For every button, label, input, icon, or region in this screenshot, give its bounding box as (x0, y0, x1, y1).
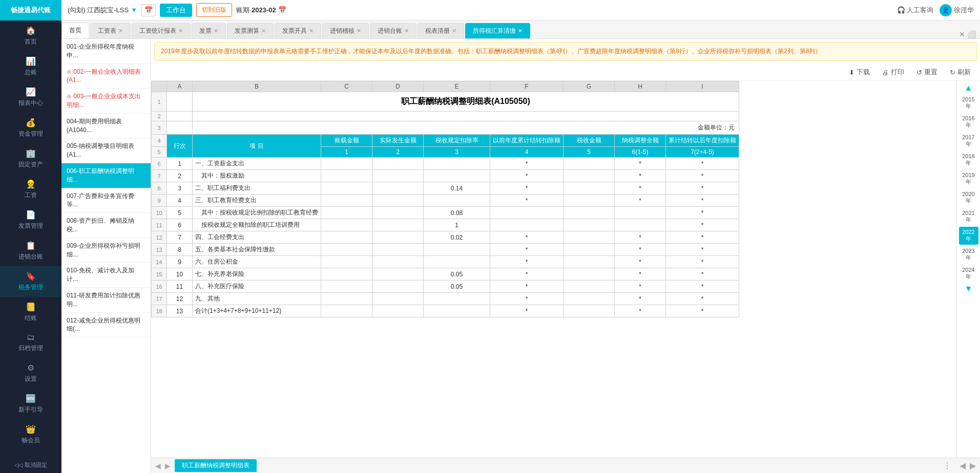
year-2020[interactable]: 2020年 (959, 189, 978, 207)
cell-d[interactable] (372, 182, 424, 195)
cell-g[interactable] (564, 293, 615, 305)
cell-i[interactable]: * (666, 244, 739, 256)
cell-item[interactable]: 三、职工教育经费支出 (193, 195, 321, 207)
year-down-btn[interactable]: ▼ (961, 284, 976, 294)
cell-seq[interactable]: 1 (167, 158, 193, 170)
cell-d[interactable] (372, 281, 424, 293)
cell-c[interactable] (321, 207, 372, 219)
sheet-tab[interactable]: 职工薪酬纳税调整明细表 (175, 459, 257, 472)
cell-h[interactable] (615, 207, 666, 219)
sidebar-item-member[interactable]: 👑 畅会员 (0, 419, 61, 450)
cell-g[interactable] (564, 281, 615, 293)
print-btn[interactable]: 🖨 打印 (879, 66, 907, 78)
cell-g[interactable] (564, 207, 615, 219)
tab-close[interactable]: ✕ (309, 28, 314, 34)
year-2021[interactable]: 2021年 (959, 208, 978, 226)
cell-e[interactable]: 0.14 (424, 182, 490, 195)
cell-g[interactable] (564, 305, 615, 317)
cell-c[interactable] (321, 195, 372, 207)
tab-tax-list[interactable]: 税表清册 ✕ (418, 23, 464, 38)
cell-item[interactable]: 八、补充医疗保险 (193, 281, 321, 293)
cell-seq[interactable]: 12 (167, 293, 193, 305)
cell-seq[interactable]: 10 (167, 268, 193, 281)
cell-b2[interactable] (193, 112, 739, 121)
cell-d[interactable] (372, 219, 424, 231)
list-item-1[interactable]: ⊙ 002-一般企业收入明细表(A1... (61, 64, 151, 89)
cell-d[interactable] (372, 305, 424, 317)
sidebar-item-report[interactable]: 📈 报表中心 (0, 82, 61, 113)
list-item-4[interactable]: 005-纳税调整项目明细表(A1... (61, 138, 151, 163)
cell-item[interactable]: 九、其他 (193, 293, 321, 305)
cell-i[interactable]: * (666, 293, 739, 305)
year-2015[interactable]: 2015年 (959, 94, 978, 112)
cell-item[interactable]: 按税收规定全额扣除的职工培训费用 (193, 219, 321, 231)
cell-g[interactable] (564, 182, 615, 195)
cell-h[interactable]: * (615, 293, 666, 305)
tab-home[interactable]: 首页 (61, 23, 89, 38)
sheet-scroll-left[interactable]: ◀ (960, 461, 966, 470)
cell-e[interactable]: 0.08 (424, 207, 490, 219)
list-item-5[interactable]: 006-职工薪酬纳税调整明细... (61, 163, 151, 188)
cell-i[interactable]: * (666, 170, 739, 182)
cell-e[interactable]: 0.05 (424, 268, 490, 281)
tab-payroll[interactable]: 工资表 ✕ (90, 23, 131, 38)
tab-close[interactable]: ✕ (452, 28, 456, 34)
user-info[interactable]: 👤 徐淫华 (940, 4, 974, 16)
cell-e[interactable] (424, 293, 490, 305)
cell-g[interactable] (564, 256, 615, 268)
sidebar-item-finance[interactable]: 💰 资金管理 (0, 113, 61, 143)
cell-e[interactable]: 1 (424, 219, 490, 231)
cell-i[interactable]: * (666, 158, 739, 170)
cell-item[interactable]: 一、工资薪金支出 (193, 158, 321, 170)
cell-item[interactable]: 四、工会经费支出 (193, 231, 321, 244)
cell-c[interactable] (321, 170, 372, 182)
cell-d[interactable] (372, 207, 424, 219)
year-2018[interactable]: 2018年 (959, 151, 978, 169)
cell-c[interactable] (321, 219, 372, 231)
cell-d[interactable] (372, 256, 424, 268)
cell-h[interactable] (615, 219, 666, 231)
maximize-icon[interactable]: ⬜ (967, 30, 976, 38)
cell-f[interactable]: * (490, 158, 564, 170)
cell-c[interactable] (321, 182, 372, 195)
calendar-btn[interactable]: 📅 (141, 4, 156, 16)
cell-i[interactable]: * (666, 219, 739, 231)
sidebar-item-payroll[interactable]: 👷 工资 (0, 174, 61, 205)
cell-g[interactable] (564, 219, 615, 231)
cell-i[interactable]: * (666, 256, 739, 268)
cell-seq[interactable]: 4 (167, 195, 193, 207)
cell-f[interactable]: * (490, 182, 564, 195)
cell-g[interactable] (564, 195, 615, 207)
cell-c[interactable] (321, 281, 372, 293)
cell-i[interactable]: * (666, 207, 739, 219)
cell-f[interactable]: * (490, 281, 564, 293)
period-edit-icon[interactable]: 📅 (278, 6, 286, 14)
sidebar-item-assets[interactable]: 🏢 固定资产 (0, 143, 61, 174)
cell-a3[interactable] (167, 121, 193, 135)
cell-seq[interactable]: 11 (167, 281, 193, 293)
list-item-3[interactable]: 004-期间费用明细表(A1040... (61, 114, 151, 139)
cell-h[interactable]: * (615, 195, 666, 207)
tab-close[interactable]: ✕ (178, 28, 183, 34)
cell-item[interactable]: 五、各类基本社会保障性缴款 (193, 244, 321, 256)
sheet-options-icon[interactable]: ⋮ (943, 461, 951, 470)
cell-f[interactable]: * (490, 268, 564, 281)
cell-seq[interactable]: 13 (167, 305, 193, 317)
sheet-scroll-right[interactable]: ▶ (970, 461, 976, 470)
sidebar-item-ledger[interactable]: 📊 总账 (0, 51, 61, 82)
cell-i[interactable]: * (666, 195, 739, 207)
company-dropdown-icon[interactable]: ▼ (131, 6, 137, 14)
cell-c[interactable] (321, 305, 372, 317)
tab-close[interactable]: ✕ (118, 28, 123, 34)
cell-a2[interactable] (167, 112, 193, 121)
cell-d[interactable] (372, 170, 424, 182)
list-item-8[interactable]: 009-企业所得税弥补亏损明细... (61, 238, 151, 263)
close-all-icon[interactable]: ✕ (959, 30, 965, 38)
cell-item[interactable]: 合计(1+3+4+7+8+9+10+11+12) (193, 305, 321, 317)
cell-e[interactable] (424, 195, 490, 207)
cell-e[interactable]: 0.05 (424, 281, 490, 293)
year-2022[interactable]: 2022年 (959, 227, 978, 245)
scroll-left-icon[interactable]: ◀ (155, 462, 161, 470)
cell-g[interactable] (564, 268, 615, 281)
cell-h[interactable]: * (615, 256, 666, 268)
